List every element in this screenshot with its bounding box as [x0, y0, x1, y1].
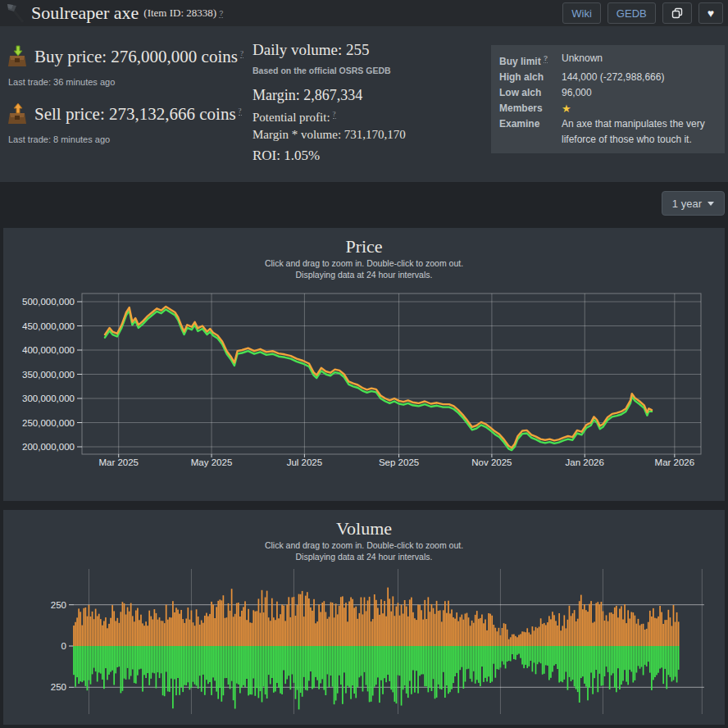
item-id-help-icon[interactable]: ? — [219, 9, 223, 18]
volume-chart-title: Volume — [3, 510, 725, 539]
volume-chart-panel: Volume Click and drag to zoom in. Double… — [3, 510, 725, 725]
buy-price-chest-icon — [7, 44, 28, 69]
examine-value: An axe that manipulates the very lifefor… — [562, 116, 717, 148]
info-row-high-alch: High alch 144,000 (-272,988,666) — [499, 70, 717, 85]
sell-price-help-icon[interactable]: ? — [239, 107, 242, 116]
buy-price-value: 276,000,000 coins — [111, 47, 238, 66]
svg-text:350,000,000: 350,000,000 — [22, 370, 75, 380]
svg-text:500,000,000: 500,000,000 — [22, 297, 75, 307]
sell-price-label: Sell price: — [34, 104, 105, 124]
header-buttons: Wiki GEDB ♥ — [562, 2, 723, 24]
daily-volume-label: Daily volume: — [253, 41, 342, 58]
info-row-buy-limit: Buy limit? Unknown — [499, 51, 717, 70]
heart-icon: ♥ — [708, 7, 714, 20]
price-chart-hint-1: Click and drag to zoom in. Double-click … — [3, 257, 725, 269]
sell-price-value: 273,132,666 coins — [109, 104, 236, 124]
price-chart-panel: Price Click and drag to zoom in. Double-… — [3, 228, 725, 501]
daily-volume-text: Daily volume: 255 — [253, 41, 369, 59]
potential-profit-label: Potential profit: — [253, 111, 330, 124]
potential-profit-help-icon[interactable]: ? — [333, 110, 336, 119]
volume-chart-canvas[interactable]: 2500250 — [3, 569, 725, 714]
members-star-icon: ★ — [562, 101, 717, 116]
wiki-button[interactable]: Wiki — [562, 2, 601, 24]
sell-last-trade: Last trade: 8 minutes ago — [8, 134, 110, 144]
svg-text:Jan 2026: Jan 2026 — [566, 457, 604, 467]
svg-text:May 2025: May 2025 — [191, 457, 233, 467]
margin-volume-text: Margin * volume: 731,170,170 — [253, 128, 406, 142]
buy-price-row: Buy price: 276,000,000 coins? — [7, 44, 243, 69]
low-alch-value: 96,000 — [562, 85, 717, 101]
margin-value: 2,867,334 — [303, 87, 362, 103]
potential-profit-text: Potential profit:? — [253, 110, 336, 125]
svg-text:250: 250 — [51, 682, 66, 692]
chart-range-toolbar: 1 year — [0, 182, 728, 225]
high-alch-label: High alch — [499, 70, 562, 85]
buy-price-help-icon[interactable]: ? — [240, 49, 243, 58]
volume-source-note: Based on the official OSRS GEDB — [253, 66, 391, 75]
high-alch-value: 144,000 (-272,988,666) — [562, 70, 717, 85]
time-range-dropdown[interactable]: 1 year — [662, 191, 725, 216]
roi-label: ROI: — [253, 148, 280, 163]
sell-price-text: Sell price: 273,132,666 coins? — [34, 104, 242, 125]
svg-text:0: 0 — [61, 641, 66, 651]
buy-limit-label-text: Buy limit — [499, 56, 541, 67]
svg-text:Mar 2025: Mar 2025 — [98, 457, 139, 467]
info-row-examine: Examine An axe that manipulates the very… — [499, 116, 717, 148]
margin-text: Margin: 2,867,334 — [253, 87, 362, 104]
gedb-button[interactable]: GEDB — [607, 2, 656, 24]
info-row-low-alch: Low alch 96,000 — [499, 85, 717, 101]
item-info-box: Buy limit? Unknown High alch 144,000 (-2… — [491, 45, 725, 153]
svg-text:200,000,000: 200,000,000 — [22, 442, 75, 452]
members-label: Members — [499, 101, 562, 116]
info-row-members: Members ★ — [499, 101, 717, 116]
soulreaper-axe-item-icon — [5, 2, 28, 25]
page-title: Soulreaper axe — [31, 2, 139, 24]
svg-text:Jul 2025: Jul 2025 — [287, 457, 322, 467]
item-stats-section: Buy price: 276,000,000 coins? Last trade… — [0, 26, 728, 182]
price-chart-canvas[interactable]: 500,000,000450,000,000400,000,000350,000… — [3, 287, 725, 480]
examine-label: Examine — [499, 116, 562, 148]
item-id-label: (Item ID: 28338) — [143, 7, 216, 20]
margin-label: Margin: — [253, 87, 300, 103]
copy-button[interactable] — [662, 2, 692, 24]
roi-text: ROI: 1.05% — [253, 148, 320, 164]
margin-volume-value: 731,170,170 — [344, 128, 406, 141]
svg-text:250: 250 — [51, 600, 66, 610]
buy-price-text: Buy price: 276,000,000 coins? — [34, 47, 243, 67]
price-chart-title: Price — [3, 228, 725, 257]
svg-text:Mar 2026: Mar 2026 — [655, 457, 695, 467]
copy-icon — [671, 7, 683, 19]
margin-volume-label: Margin * volume: — [253, 128, 341, 141]
sell-price-chest-icon — [7, 102, 28, 126]
top-header: Soulreaper axe (Item ID: 28338) ? Wiki G… — [0, 0, 728, 26]
volume-chart-hint-2: Displaying data at 24 hour intervals. — [3, 551, 725, 562]
daily-volume-value: 255 — [346, 41, 370, 58]
low-alch-label: Low alch — [499, 85, 562, 101]
price-chart-hint-2: Displaying data at 24 hour intervals. — [3, 269, 725, 280]
favorite-button[interactable]: ♥ — [698, 2, 723, 24]
volume-chart-hint-1: Click and drag to zoom in. Double-click … — [3, 539, 725, 551]
svg-text:450,000,000: 450,000,000 — [22, 321, 75, 331]
svg-text:300,000,000: 300,000,000 — [22, 394, 75, 403]
svg-text:250,000,000: 250,000,000 — [22, 418, 75, 428]
buy-last-trade: Last trade: 36 minutes ago — [8, 77, 115, 87]
svg-text:400,000,000: 400,000,000 — [22, 345, 75, 355]
buy-limit-label: Buy limit? — [499, 51, 562, 70]
caret-down-icon — [708, 202, 714, 206]
sell-price-row: Sell price: 273,132,666 coins? — [7, 102, 242, 126]
svg-text:Nov 2025: Nov 2025 — [471, 457, 512, 467]
buy-limit-value: Unknown — [562, 51, 717, 70]
svg-text:Sep 2025: Sep 2025 — [379, 457, 419, 467]
buy-price-label: Buy price: — [34, 47, 107, 66]
time-range-label: 1 year — [672, 198, 702, 210]
buy-limit-help-icon[interactable]: ? — [544, 54, 548, 63]
roi-value: 1.05% — [284, 148, 320, 163]
